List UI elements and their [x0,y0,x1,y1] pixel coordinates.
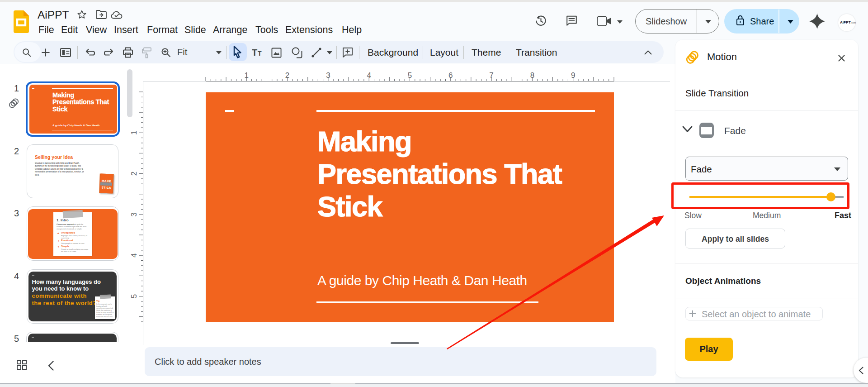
svg-text:2: 2 [285,71,289,80]
svg-text:5: 5 [130,294,138,298]
svg-text:8: 8 [530,71,534,80]
svg-text:6: 6 [448,71,453,80]
svg-text:1: 1 [245,71,249,80]
svg-text:2: 2 [130,172,138,176]
svg-text:5: 5 [408,71,412,80]
svg-text:1: 1 [130,131,138,135]
svg-text:4: 4 [130,253,138,257]
svg-text:4: 4 [367,71,371,80]
svg-text:7: 7 [489,71,493,80]
svg-text:3: 3 [130,212,138,216]
svg-text:3: 3 [326,71,330,80]
svg-text:9: 9 [571,71,575,80]
